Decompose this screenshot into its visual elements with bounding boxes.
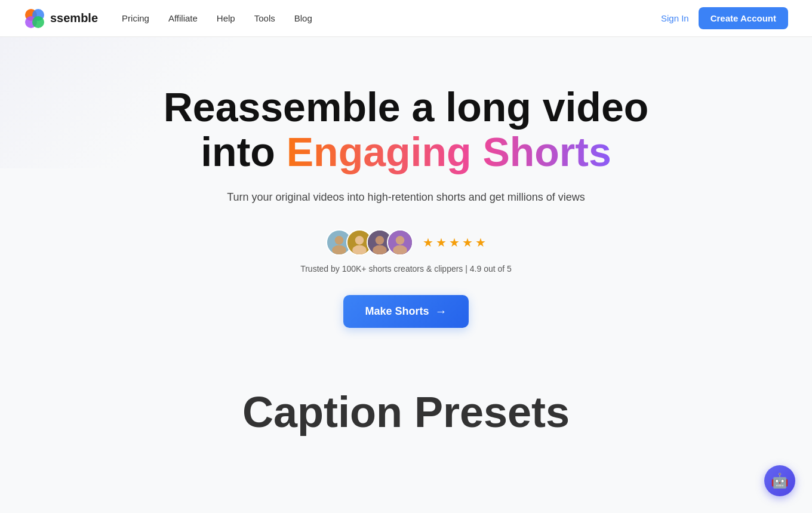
hero-title-into: into — [201, 129, 287, 174]
ssemble-logo-icon — [24, 8, 45, 29]
star-2: ★ — [436, 235, 447, 250]
cta-arrow-icon: → — [435, 305, 447, 318]
nav-item-blog[interactable]: Blog — [294, 13, 312, 24]
star-4: ★ — [462, 235, 473, 250]
logo-text: ssemble — [50, 11, 98, 25]
star-3: ★ — [449, 235, 460, 250]
partial-section: Caption Presets — [0, 364, 812, 437]
svg-point-9 — [352, 245, 367, 255]
nav-item-tools[interactable]: Tools — [254, 13, 275, 24]
hero-title-shorts: Shorts — [482, 129, 611, 174]
cta-label: Make Shorts — [365, 305, 429, 318]
star-rating: ★ ★ ★ ★ ★ — [423, 235, 486, 250]
sign-in-button[interactable]: Sign In — [661, 13, 689, 23]
svg-point-6 — [332, 245, 346, 255]
svg-point-15 — [393, 245, 407, 255]
nav-item-affiliate[interactable]: Affiliate — [168, 13, 198, 24]
hero-subtitle: Turn your original videos into high-rete… — [227, 189, 585, 206]
star-1: ★ — [423, 235, 433, 250]
svg-point-3 — [32, 16, 44, 28]
make-shorts-button[interactable]: Make Shorts → — [343, 295, 468, 328]
svg-point-14 — [396, 236, 405, 245]
trust-text: Trusted by 100K+ shorts creators & clipp… — [300, 264, 512, 274]
social-proof: ★ ★ ★ ★ ★ — [326, 229, 486, 256]
nav-links: Pricing Affiliate Help Tools Blog — [122, 13, 312, 24]
logo-link[interactable]: ssemble — [24, 8, 98, 29]
navbar: ssemble Pricing Affiliate Help Tools Blo… — [0, 0, 812, 37]
svg-point-8 — [355, 236, 364, 245]
hero-title: Reassemble a long video into Engaging Sh… — [164, 85, 649, 174]
create-account-button[interactable]: Create Account — [699, 7, 788, 29]
svg-point-12 — [373, 245, 387, 255]
hero-section: Reassemble a long video into Engaging Sh… — [0, 37, 812, 364]
nav-item-pricing[interactable]: Pricing — [122, 13, 149, 24]
svg-point-5 — [335, 236, 344, 245]
star-5: ★ — [475, 235, 486, 250]
nav-item-help[interactable]: Help — [217, 13, 235, 24]
hero-title-line1: Reassemble a long video — [164, 84, 649, 130]
caption-presets-title: Caption Presets — [24, 388, 788, 437]
navbar-left: ssemble Pricing Affiliate Help Tools Blo… — [24, 8, 312, 29]
avatar-4 — [387, 229, 413, 256]
navbar-right: Sign In Create Account — [661, 7, 788, 29]
hero-title-line2: into Engaging Shorts — [164, 130, 649, 174]
hero-title-engaging: Engaging — [287, 129, 472, 174]
svg-point-11 — [376, 236, 385, 245]
avatar-group — [326, 229, 413, 256]
